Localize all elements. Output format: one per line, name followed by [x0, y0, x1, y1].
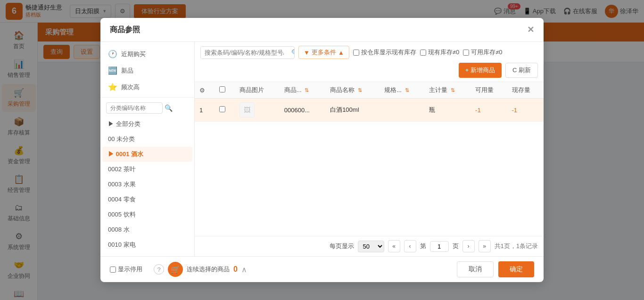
product-table: ⚙ 商品图片 商品... ⇅ 商品名称: [195, 82, 544, 122]
category-label: 0002 茶叶: [108, 165, 136, 174]
product-image: 🖼: [239, 102, 255, 117]
search-icon[interactable]: 🔍: [288, 49, 295, 56]
dialog-body: 🕐 近期购买 🆕 新品 ⭐ 频次高 🔍 ▶: [100, 42, 544, 256]
category-0008[interactable]: 0008 水: [102, 222, 192, 237]
category-0002[interactable]: 0002 茶叶: [102, 162, 192, 177]
footer-right: 取消 确定: [457, 261, 534, 277]
row-name: 白酒100ml: [325, 99, 380, 122]
col-stock: 现存量: [507, 82, 544, 99]
frequent-label: 频次高: [121, 83, 140, 92]
frequent-item[interactable]: ⭐ 频次高: [100, 79, 194, 95]
category-label: ▶ 0001 酒水: [108, 150, 143, 158]
toolbar: 🔍 ▼ 更多条件 ▲ 按仓库显示现有库存 现有库存≠0: [195, 42, 544, 82]
product-reference-dialog: 商品参照 ✕ 🕐 近期购买 🆕 新品 ⭐ 频次高: [100, 18, 544, 282]
col-name[interactable]: 商品名称 ⇅: [325, 82, 380, 99]
confirm-button[interactable]: 确定: [498, 261, 534, 277]
col-available: 可用量: [471, 82, 507, 99]
help-icon[interactable]: ?: [154, 264, 164, 275]
select-all-checkbox[interactable]: [219, 86, 225, 92]
category-00[interactable]: 00 未分类: [102, 132, 192, 147]
filter-button[interactable]: ▼ 更多条件 ▲: [298, 46, 349, 59]
dialog-title: 商品参照: [110, 25, 140, 35]
row-check[interactable]: [219, 106, 225, 112]
table-header-row: ⚙ 商品图片 商品... ⇅ 商品名称: [195, 82, 544, 99]
category-0005[interactable]: 0005 饮料: [102, 207, 192, 222]
filter-collapse-icon: ▲: [338, 49, 344, 56]
category-search-input[interactable]: [106, 102, 163, 114]
dialog-overlay[interactable]: 商品参照 ✕ 🕐 近期购买 🆕 新品 ⭐ 频次高: [0, 0, 644, 300]
show-disabled-check[interactable]: [110, 267, 116, 273]
next-page-button[interactable]: ›: [462, 240, 475, 252]
category-label: 0008 水: [108, 225, 130, 234]
col-code[interactable]: 商品... ⇅: [280, 82, 325, 99]
category-label: ▶ 全部分类: [108, 120, 140, 128]
category-label: 00 未分类: [108, 135, 135, 143]
row-code: 000600...: [280, 99, 325, 122]
col-checkbox: [215, 82, 235, 99]
cart-icon[interactable]: 🛒: [168, 262, 183, 277]
current-stock-check[interactable]: [420, 50, 426, 56]
new-product-item[interactable]: 🆕 新品: [100, 62, 194, 79]
page-info: 共1页，1条记录: [495, 242, 538, 250]
recent-purchase-label: 近期购买: [121, 50, 146, 58]
sort-icon: ⇅: [305, 87, 309, 93]
warehouse-stock-checkbox[interactable]: 按仓库显示现有库存: [353, 48, 416, 57]
recent-purchase-item[interactable]: 🕐 近期购买: [100, 46, 194, 62]
sort-icon: ⇅: [405, 87, 409, 93]
current-stock-checkbox[interactable]: 现有库存≠0: [420, 48, 459, 57]
page-unit: 页: [453, 242, 459, 250]
col-unit[interactable]: 主计量 ⇅: [424, 82, 471, 99]
page-size-label: 每页显示: [330, 242, 354, 250]
page-label: 第: [420, 242, 426, 250]
first-page-button[interactable]: «: [388, 240, 400, 252]
category-0001[interactable]: ▶ 0001 酒水: [102, 147, 192, 162]
divider: [100, 97, 194, 98]
prev-page-button[interactable]: ‹: [404, 240, 416, 252]
footer-left: 显示停用: [110, 265, 142, 274]
category-label: 0003 水果: [108, 180, 136, 189]
category-0010[interactable]: 0010 家电: [102, 237, 192, 252]
collapse-icon[interactable]: ∧: [241, 265, 247, 274]
table-row[interactable]: 1 🖼 000600... 白酒100ml 瓶 -1 -1: [195, 99, 544, 122]
clock-icon: 🕐: [108, 50, 117, 58]
refresh-button[interactable]: C 刷新: [505, 63, 538, 78]
toolbar-actions: + 新增商品 C 刷新: [459, 63, 538, 78]
dialog-footer: 显示停用 ? 🛒 连续选择的商品 0 ∧ 取消 确定: [100, 256, 544, 282]
row-index: 1: [195, 99, 215, 122]
row-stock: -1: [507, 99, 544, 122]
category-label: 0004 零食: [108, 195, 136, 204]
col-settings[interactable]: ⚙: [195, 82, 215, 99]
search-input[interactable]: [201, 47, 288, 58]
category-label: 0005 饮料: [108, 210, 136, 219]
category-list: ▶ 全部分类 00 未分类 ▶ 0001 酒水 0002 茶叶 0003 水果: [100, 117, 194, 252]
sort-icon: ⇅: [358, 87, 362, 93]
new-icon: 🆕: [108, 66, 117, 75]
cancel-button[interactable]: 取消: [457, 261, 494, 277]
col-spec[interactable]: 规格... ⇅: [380, 82, 424, 99]
table-wrap: ⚙ 商品图片 商品... ⇅ 商品名称: [195, 82, 544, 236]
row-checkbox[interactable]: [215, 99, 235, 122]
star-icon: ⭐: [108, 83, 117, 92]
col-image: 商品图片: [235, 82, 279, 99]
cart-count: 0: [233, 265, 238, 274]
page-size-select[interactable]: 50 10 20 100: [358, 241, 384, 252]
category-0004[interactable]: 0004 零食: [102, 192, 192, 207]
filter-icon: ▼: [304, 49, 310, 56]
category-all[interactable]: ▶ 全部分类: [102, 117, 192, 132]
sort-icon: ⇅: [451, 87, 455, 93]
category-0003[interactable]: 0003 水果: [102, 177, 192, 192]
pagination: 每页显示 50 10 20 100 « ‹ 第 页 › » 共1页，1条记录: [195, 236, 544, 256]
show-disabled-checkbox[interactable]: 显示停用: [110, 265, 142, 274]
left-panel: 🕐 近期购买 🆕 新品 ⭐ 频次高 🔍 ▶: [100, 42, 195, 256]
warehouse-stock-check[interactable]: [353, 50, 359, 56]
page-input[interactable]: [430, 241, 449, 252]
new-product-label: 新品: [121, 67, 133, 75]
close-icon[interactable]: ✕: [527, 25, 534, 35]
row-image: 🖼: [235, 99, 279, 122]
category-search-icon[interactable]: 🔍: [165, 104, 173, 112]
available-stock-checkbox[interactable]: 可用库存≠0: [463, 48, 502, 57]
add-product-button[interactable]: + 新增商品: [459, 63, 502, 78]
dialog-header: 商品参照 ✕: [100, 18, 544, 42]
available-stock-check[interactable]: [463, 50, 469, 56]
last-page-button[interactable]: »: [479, 240, 491, 252]
